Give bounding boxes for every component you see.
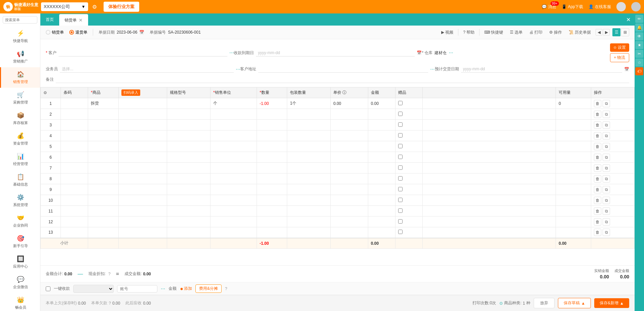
next-arrow[interactable]: ▶: [603, 29, 610, 36]
row-pkg-qty[interactable]: [287, 120, 331, 130]
row-amount[interactable]: [368, 184, 395, 195]
gift-checkbox[interactable]: [398, 144, 403, 148]
save-draft-button[interactable]: 保存草稿 ▲: [558, 298, 591, 308]
settings-icon[interactable]: ⚙: [91, 2, 98, 11]
row-unit[interactable]: [211, 173, 257, 184]
row-unit[interactable]: [211, 130, 257, 141]
row-amount[interactable]: [368, 195, 395, 206]
close-all-tabs-button[interactable]: ✕: [626, 16, 635, 23]
delete-row-button[interactable]: 🗑: [594, 111, 601, 118]
row-pkg-qty[interactable]: 1个: [287, 98, 331, 109]
sidebar-item-apps[interactable]: 🔲 应用中心: [0, 252, 40, 272]
row-product[interactable]: 拆货: [88, 98, 118, 109]
due-date-calendar-icon[interactable]: 📅: [417, 50, 422, 55]
delete-row-button[interactable]: 🗑: [594, 207, 601, 215]
row-spec[interactable]: [167, 152, 211, 163]
row-price[interactable]: [331, 141, 368, 152]
row-unit[interactable]: [211, 195, 257, 206]
copy-row-button[interactable]: ⧉: [603, 111, 610, 118]
row-price[interactable]: [331, 152, 368, 163]
row-price[interactable]: [331, 217, 368, 227]
add-payment-button[interactable]: ● 添加: [180, 286, 192, 292]
right-panel-btn-7[interactable]: 🏷: [635, 67, 643, 75]
row-product[interactable]: [88, 184, 118, 195]
delete-row-button[interactable]: 🗑: [594, 132, 601, 140]
row-qty[interactable]: [257, 217, 287, 227]
row-qty[interactable]: [257, 152, 287, 163]
copy-row-button[interactable]: ⧉: [603, 121, 610, 129]
copy-row-button[interactable]: ⧉: [603, 100, 610, 107]
salesperson-input[interactable]: [60, 66, 234, 73]
row-qty[interactable]: [257, 141, 287, 152]
row-amount[interactable]: [368, 227, 395, 238]
row-barcode[interactable]: [61, 173, 88, 184]
row-barcode[interactable]: [61, 141, 88, 152]
row-price[interactable]: 0.00: [331, 98, 368, 109]
right-panel-btn-3[interactable]: 👁: [635, 32, 643, 40]
copy-row-button[interactable]: ⧉: [603, 164, 610, 172]
delete-row-button[interactable]: 🗑: [594, 197, 601, 204]
app-download-button[interactable]: 📱 App下载: [562, 4, 583, 10]
row-barcode[interactable]: [61, 130, 88, 141]
row-pkg-qty[interactable]: [287, 217, 331, 227]
row-barcode[interactable]: [61, 206, 88, 217]
row-product[interactable]: [88, 130, 118, 141]
settings-button[interactable]: ⊙ 设置: [610, 43, 629, 52]
row-unit[interactable]: [211, 206, 257, 217]
row-gift[interactable]: [395, 195, 422, 206]
row-spec[interactable]: [167, 217, 211, 227]
row-product[interactable]: [88, 206, 118, 217]
row-price[interactable]: [331, 163, 368, 173]
row-amount[interactable]: [368, 141, 395, 152]
row-qty[interactable]: [257, 109, 287, 120]
row-pkg-qty[interactable]: [287, 109, 331, 120]
grid-view-button[interactable]: ⊞: [621, 28, 629, 36]
row-gift[interactable]: [395, 141, 422, 152]
gift-checkbox[interactable]: [398, 133, 403, 138]
gift-checkbox[interactable]: [398, 187, 403, 191]
fee-button[interactable]: 费用&分摊: [195, 284, 222, 293]
delete-row-button[interactable]: 🗑: [594, 100, 601, 107]
sidebar-item-purchase[interactable]: 🛒 采购管理: [0, 88, 40, 108]
delete-row-button[interactable]: 🗑: [594, 121, 601, 129]
row-barcode[interactable]: [61, 195, 88, 206]
row-amount[interactable]: [368, 217, 395, 227]
row-unit[interactable]: [211, 141, 257, 152]
note-input[interactable]: [56, 76, 629, 83]
row-gift[interactable]: [395, 130, 422, 141]
row-unit[interactable]: [211, 109, 257, 120]
row-qty[interactable]: [257, 163, 287, 173]
radio-sales[interactable]: 销货单: [46, 30, 64, 35]
delete-row-button[interactable]: 🗑: [594, 143, 601, 150]
row-price[interactable]: [331, 206, 368, 217]
row-spec[interactable]: [167, 195, 211, 206]
copy-row-button[interactable]: ⧉: [603, 175, 610, 183]
list-view-button[interactable]: ☰: [612, 28, 620, 36]
row-pkg-qty[interactable]: [287, 206, 331, 217]
row-unit[interactable]: [211, 184, 257, 195]
row-qty[interactable]: [257, 206, 287, 217]
row-spec[interactable]: [167, 98, 211, 109]
row-product[interactable]: [88, 163, 118, 173]
row-gift[interactable]: [395, 120, 422, 130]
sidebar-item-inventory[interactable]: 📦 库存核算: [0, 108, 40, 129]
row-amount[interactable]: [368, 130, 395, 141]
row-gift[interactable]: [395, 109, 422, 120]
prev-arrow[interactable]: ◀: [596, 29, 602, 36]
right-panel-btn-2[interactable]: 🔔: [635, 24, 643, 32]
address-input[interactable]: [258, 66, 428, 73]
gift-checkbox[interactable]: [398, 165, 403, 170]
row-price[interactable]: [331, 195, 368, 206]
user-avatar[interactable]: [616, 2, 626, 11]
row-amount[interactable]: [368, 206, 395, 217]
row-spec[interactable]: [167, 206, 211, 217]
delete-row-button[interactable]: 🗑: [594, 229, 601, 236]
sidebar-item-wechat[interactable]: 💬 企业微信: [0, 272, 40, 293]
sidebar-item-newbie[interactable]: 🎯 新手引导: [0, 231, 40, 252]
th-scan[interactable]: 扫码录入: [118, 87, 167, 98]
row-product[interactable]: [88, 152, 118, 163]
message-button[interactable]: 💬 消息 99+: [542, 4, 556, 10]
sidebar-item-sales[interactable]: 🏠 销售管理: [0, 67, 40, 88]
warehouse-dots-button[interactable]: ···: [449, 50, 453, 56]
row-amount[interactable]: [368, 173, 395, 184]
